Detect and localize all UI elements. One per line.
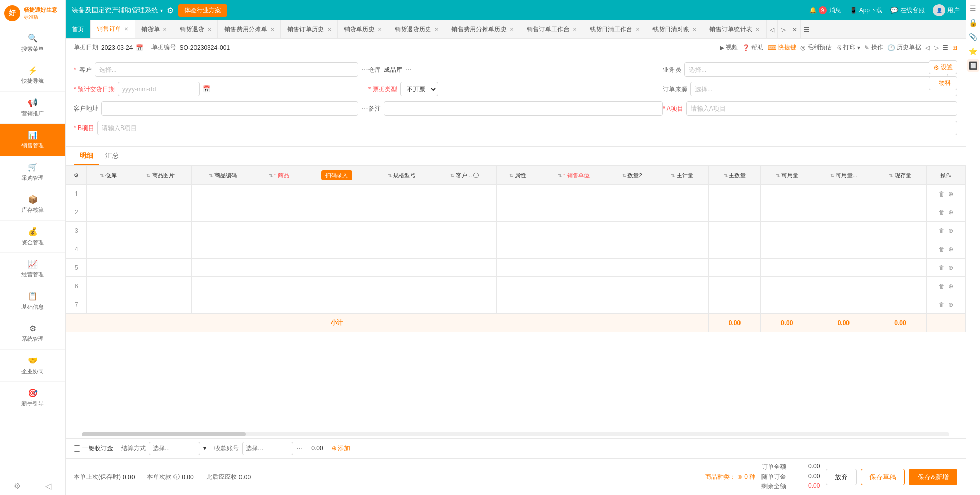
cell-3-6[interactable] bbox=[433, 222, 496, 240]
cell-5-2[interactable] bbox=[192, 259, 254, 277]
cell-7-8[interactable] bbox=[539, 295, 608, 314]
layout-list-btn[interactable]: ☰ bbox=[943, 44, 948, 51]
cell-6-3[interactable] bbox=[254, 277, 303, 295]
col-stock[interactable]: 现存量 bbox=[874, 166, 926, 185]
settings-bottom-icon[interactable]: ⚙ bbox=[14, 481, 21, 491]
cell-2-3[interactable] bbox=[254, 203, 303, 222]
customer-more-icon[interactable]: ··· bbox=[361, 65, 368, 74]
tab-销货退货历史[interactable]: 销货退货历史✕ bbox=[388, 20, 445, 39]
nav-next-btn[interactable]: ▷ bbox=[934, 44, 939, 51]
col-sales-unit[interactable]: * 销售单位 bbox=[539, 166, 608, 185]
row-copy-icon[interactable]: ⊕ bbox=[948, 283, 953, 290]
cell-4-13[interactable] bbox=[813, 240, 874, 259]
tab-销售费用分摊单历史[interactable]: 销售费用分摊单历史✕ bbox=[445, 20, 520, 39]
cell-4-7[interactable] bbox=[497, 240, 539, 259]
tab-销货单[interactable]: 销货单✕ bbox=[135, 20, 173, 39]
cell-3-12[interactable] bbox=[761, 222, 813, 240]
one-click-checkbox[interactable] bbox=[74, 445, 80, 452]
cell-3-5[interactable] bbox=[371, 222, 433, 240]
cell-2-6[interactable] bbox=[433, 203, 496, 222]
account-input[interactable] bbox=[242, 442, 293, 455]
cell-5-10[interactable] bbox=[656, 259, 708, 277]
cell-4-8[interactable] bbox=[539, 240, 608, 259]
cell-2-13[interactable] bbox=[813, 203, 874, 222]
warehouse-more-icon[interactable]: ··· bbox=[405, 65, 412, 74]
collapse-sidebar-icon[interactable]: ◁ bbox=[45, 481, 51, 491]
col-settings[interactable]: ⚙ bbox=[66, 166, 87, 185]
preview-btn[interactable]: ▶ 视频 bbox=[720, 43, 738, 52]
tab-close-icon[interactable]: ✕ bbox=[434, 27, 439, 32]
horizontal-scrollbar[interactable] bbox=[82, 432, 949, 436]
layout-grid-btn[interactable]: ⊞ bbox=[952, 44, 957, 51]
calendar-icon[interactable]: 📅 bbox=[136, 44, 143, 51]
save-draft-button[interactable]: 保存草稿 bbox=[861, 469, 905, 485]
cell-3-7[interactable] bbox=[497, 222, 539, 240]
tab-销售费用分摊单[interactable]: 销售费用分摊单✕ bbox=[218, 20, 281, 39]
scan-button[interactable]: 扫码录入 bbox=[321, 170, 352, 180]
address-input[interactable] bbox=[101, 101, 358, 116]
cell-1-11[interactable] bbox=[708, 185, 760, 203]
payment-dropdown-icon[interactable]: ▾ bbox=[203, 445, 206, 452]
cell-6-12[interactable] bbox=[761, 277, 813, 295]
cell-4-2[interactable] bbox=[192, 240, 254, 259]
help-btn[interactable]: ❓ 帮助 bbox=[742, 43, 764, 52]
app-download-item[interactable]: 📱 App下载 bbox=[850, 6, 882, 15]
cell-7-11[interactable] bbox=[708, 295, 760, 314]
cell-5-8[interactable] bbox=[539, 259, 608, 277]
sidebar-item-快捷导航[interactable]: ⚡快捷导航 bbox=[0, 59, 65, 92]
tab-首页[interactable]: 首页 bbox=[66, 20, 91, 39]
cell-2-4[interactable] bbox=[303, 203, 371, 222]
notification-item[interactable]: 🔔 9 消息 bbox=[809, 6, 841, 15]
cell-5-0[interactable] bbox=[87, 259, 129, 277]
date-value[interactable]: 2023-03-24 bbox=[101, 44, 133, 51]
tab-menu-btn[interactable]: ☰ bbox=[800, 20, 813, 39]
delivery-input[interactable] bbox=[118, 82, 200, 96]
system-dropdown-icon[interactable]: ▾ bbox=[160, 8, 163, 13]
cell-6-8[interactable] bbox=[539, 277, 608, 295]
shortcut-btn[interactable]: ⌨ 快捷键 bbox=[768, 43, 796, 52]
add-material-button[interactable]: + 物料 bbox=[929, 76, 957, 90]
system-settings-icon[interactable]: ⚙ bbox=[167, 6, 174, 15]
cell-7-10[interactable] bbox=[656, 295, 708, 314]
cell-4-5[interactable] bbox=[371, 240, 433, 259]
cell-7-12[interactable] bbox=[761, 295, 813, 314]
sidebar-item-资金管理[interactable]: 💰资金管理 bbox=[0, 221, 65, 253]
cell-6-6[interactable] bbox=[433, 277, 496, 295]
sidebar-item-营销推广[interactable]: 📢营销推广 bbox=[0, 92, 65, 124]
sidebar-item-经营管理[interactable]: 📈经营管理 bbox=[0, 253, 65, 285]
cell-7-4[interactable] bbox=[303, 295, 371, 314]
cell-2-0[interactable] bbox=[87, 203, 129, 222]
row-copy-icon[interactable]: ⊕ bbox=[948, 209, 953, 216]
cell-6-13[interactable] bbox=[813, 277, 874, 295]
cell-1-7[interactable] bbox=[497, 185, 539, 203]
sidebar-item-企业协同[interactable]: 🤝企业协同 bbox=[0, 350, 65, 382]
col-product-image[interactable]: 商品图片 bbox=[129, 166, 191, 185]
tab-close-all-btn[interactable]: ✕ bbox=[789, 20, 800, 39]
cell-4-12[interactable] bbox=[761, 240, 813, 259]
col-attribute[interactable]: 属性 bbox=[497, 166, 539, 185]
right-panel-btn-5[interactable]: 🔲 bbox=[967, 59, 979, 72]
customer-input[interactable] bbox=[95, 62, 359, 77]
col-available2[interactable]: 可用量... bbox=[813, 166, 874, 185]
cell-3-14[interactable] bbox=[874, 222, 926, 240]
cell-1-5[interactable] bbox=[371, 185, 433, 203]
tab-summary[interactable]: 汇总 bbox=[99, 147, 125, 165]
cell-3-9[interactable] bbox=[608, 222, 656, 240]
scrollbar-thumb[interactable] bbox=[82, 432, 246, 436]
tab-close-icon[interactable]: ✕ bbox=[755, 27, 759, 32]
cell-2-14[interactable] bbox=[874, 203, 926, 222]
cell-5-14[interactable] bbox=[874, 259, 926, 277]
cell-6-10[interactable] bbox=[656, 277, 708, 295]
cell-2-2[interactable] bbox=[192, 203, 254, 222]
print-btn[interactable]: 🖨 打印 ▾ bbox=[836, 43, 860, 52]
sidebar-item-采购管理[interactable]: 🛒采购管理 bbox=[0, 156, 65, 188]
cell-5-7[interactable] bbox=[497, 259, 539, 277]
history-btn[interactable]: 🕐 历史单据 bbox=[887, 43, 921, 52]
cell-1-4[interactable] bbox=[303, 185, 371, 203]
cell-4-1[interactable] bbox=[129, 240, 191, 259]
tab-close-icon[interactable]: ✕ bbox=[510, 27, 514, 32]
settings-button[interactable]: ⚙ 设置 bbox=[929, 60, 957, 74]
sidebar-item-库存核算[interactable]: 📦库存核算 bbox=[0, 188, 65, 221]
cell-6-4[interactable] bbox=[303, 277, 371, 295]
cell-2-5[interactable] bbox=[371, 203, 433, 222]
